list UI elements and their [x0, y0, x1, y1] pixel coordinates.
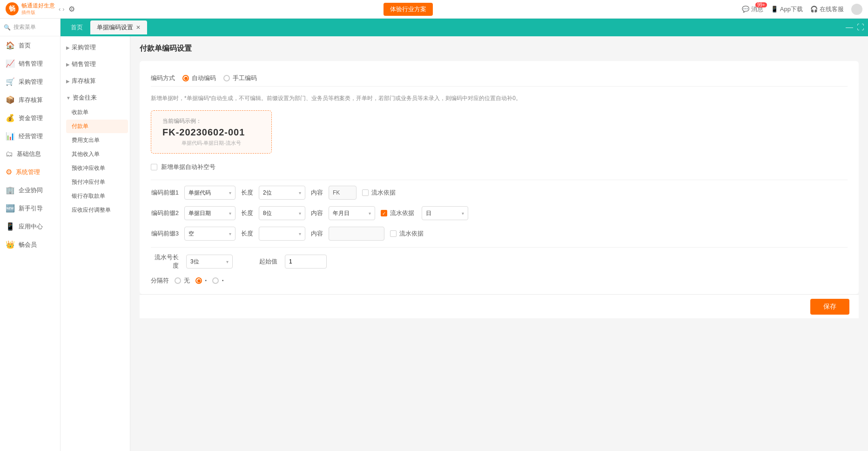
prefix3-arrow-icon: ▾ [229, 231, 231, 236]
sidebar-item-purchase[interactable]: 🛒 采购管理 [0, 73, 60, 91]
content3-input[interactable] [329, 227, 384, 241]
settings-icon[interactable]: ⚙ [68, 5, 75, 13]
encoding-method-row: 编码方式 自动编码 手工编码 [151, 70, 848, 87]
stream3-label: 流水依据 [399, 229, 424, 238]
submenu-item-advance-ap[interactable]: 预付冲应付单 [66, 175, 128, 189]
submenu-sales-header[interactable]: ▶ 销售管理 [61, 57, 130, 72]
submenu-item-ap-adjust[interactable]: 应收应付调整单 [66, 203, 128, 217]
preview-label: 当前编码示例： [162, 117, 260, 125]
stream1-checkbox-row[interactable]: 流水依据 [362, 188, 396, 197]
search-icon: 🔍 [4, 24, 11, 31]
submenu-item-receipt[interactable]: 收款单 [66, 106, 128, 119]
nav-arrows[interactable]: ‹ › [59, 6, 65, 13]
logo-area: 畅 畅通道好生意 插件版 [6, 2, 55, 15]
sub-content: ▶ 采购管理 ▶ 销售管理 ▶ 库存核算 [61, 36, 868, 451]
sidebar-item-basic[interactable]: 🗂 基础信息 [0, 145, 60, 163]
tab-close-icon[interactable]: ✕ [136, 24, 141, 31]
submenu-purchase-header[interactable]: ▶ 采购管理 [61, 40, 130, 55]
info-text: 新增单据时，*单据编码*自动生成，不可编辑。前缀设置为部门、业务员等档案类，开单… [151, 94, 848, 103]
prefix3-select[interactable]: 空 ▾ [184, 227, 236, 241]
maximize-icon[interactable]: ⛶ [857, 23, 864, 32]
prefix2-select[interactable]: 单据日期 ▾ [184, 206, 236, 220]
sidebar-item-business[interactable]: 📊 经营管理 [0, 127, 60, 145]
sidebar-item-apps[interactable]: 📱 应用中心 [0, 217, 60, 236]
submenu-item-bank-deposit[interactable]: 银行存取款单 [66, 189, 128, 203]
prefix2-arrow-icon: ▾ [229, 211, 231, 216]
sidebar-item-guide[interactable]: 🆕 新手引导 [0, 199, 60, 217]
submenu-item-other-income[interactable]: 其他收入单 [66, 148, 128, 161]
submenu-item-payment[interactable]: 付款单 [66, 120, 128, 133]
sidebar-item-sales[interactable]: 📈 销售管理 [0, 54, 60, 73]
stream2-checkbox-row[interactable]: 流水依据 [381, 209, 414, 217]
page-content: 付款单编码设置 编码方式 自动编码 手工编码 [130, 36, 868, 451]
nav-forward-icon[interactable]: › [62, 6, 64, 13]
arrow-right-icon2: ▶ [66, 62, 70, 67]
length3-select[interactable]: ▾ [259, 227, 305, 241]
sep-dash-option[interactable]: · [195, 276, 207, 285]
basic-icon: 🗂 [6, 150, 13, 158]
message-button[interactable]: 💬 消息 99+ [742, 5, 763, 13]
length1-label: 长度 [241, 188, 253, 197]
apps-icon: 📱 [6, 222, 15, 231]
sidebar-item-system[interactable]: ⚙ 系统管理 [0, 163, 60, 181]
stream3-checkbox[interactable] [390, 230, 397, 237]
manual-code-radio[interactable] [223, 75, 230, 81]
sidebar-search[interactable]: 🔍 搜索菜单 [0, 19, 60, 36]
stream2-unit-select[interactable]: 日 ▾ [422, 206, 468, 220]
sep-slash-radio[interactable] [212, 277, 219, 284]
minimize-icon[interactable]: — [846, 23, 853, 32]
stream2-checkbox[interactable] [381, 210, 387, 216]
tab-home[interactable]: 首页 [64, 20, 89, 34]
submenu-capital-header[interactable]: ▼ 资金往来 [61, 90, 130, 105]
manual-code-option[interactable]: 手工编码 [223, 74, 257, 82]
headset-icon: 🎧 [810, 6, 818, 13]
nav-back-icon[interactable]: ‹ [59, 6, 61, 13]
preview-sub: 单据代码-单据日期-流水号 [162, 140, 260, 147]
auto-code-option[interactable]: 自动编码 [182, 74, 216, 82]
submenu-item-expense[interactable]: 费用支出单 [66, 134, 128, 147]
prefix1-row: 编码前缀1 单据代码 ▾ 长度 2位 ▾ 内容 FK [151, 186, 848, 200]
stream1-checkbox[interactable] [362, 189, 369, 196]
phone-icon: 📱 [771, 6, 778, 13]
arrow-right-icon: ▶ [66, 45, 70, 50]
auto-code-radio[interactable] [182, 75, 189, 81]
demo-button[interactable]: 体验行业方案 [384, 3, 433, 16]
sep-slash-option[interactable]: · [212, 276, 223, 285]
tab-bar: 首页 单据编码设置 ✕ — ⛶ [61, 19, 868, 36]
auto-fill-label: 新增单据自动补空号 [161, 163, 215, 171]
sidebar-item-home[interactable]: 🏠 首页 [0, 36, 60, 54]
prefix3-label: 编码前缀3 [151, 229, 179, 238]
submenu-inventory-header[interactable]: ▶ 库存核算 [61, 74, 130, 88]
prefix2-row: 编码前缀2 单据日期 ▾ 长度 8位 ▾ 内容 年月日 [151, 206, 848, 220]
submenu-item-advance-ar[interactable]: 预收冲应收单 [66, 162, 128, 175]
stream3-checkbox-row[interactable]: 流水依据 [390, 229, 424, 238]
user-avatar[interactable] [851, 4, 862, 15]
prefix1-label: 编码前缀1 [151, 188, 179, 197]
top-bar-right: 💬 消息 99+ 📱 App下载 🎧 在线客服 [742, 4, 862, 15]
divider2 [151, 247, 848, 248]
length1-select[interactable]: 2位 ▾ [259, 186, 305, 200]
sidebar-item-member[interactable]: 👑 畅会员 [0, 236, 60, 254]
online-service-button[interactable]: 🎧 在线客服 [810, 5, 844, 13]
corp-icon: 🏢 [6, 186, 15, 195]
sep-none-option[interactable]: 无 [175, 276, 190, 285]
prefix1-select[interactable]: 单据代码 ▾ [184, 186, 236, 200]
serial-length-select[interactable]: 3位 ▾ [186, 255, 233, 269]
tab-serial[interactable]: 单据编码设置 ✕ [90, 20, 147, 34]
home-icon: 🏠 [6, 41, 15, 50]
sidebar: 🔍 搜索菜单 🏠 首页 📈 销售管理 🛒 采购管理 📦 库存核算 💰 资金管理 … [0, 19, 61, 451]
auto-fill-checkbox[interactable] [151, 164, 157, 170]
sidebar-item-corp[interactable]: 🏢 企业协同 [0, 181, 60, 199]
encoding-method-label: 编码方式 [151, 74, 175, 82]
sep-none-radio[interactable] [175, 277, 181, 284]
content2-select[interactable]: 年月日 ▾ [329, 206, 375, 220]
length2-select[interactable]: 8位 ▾ [259, 206, 305, 220]
sidebar-item-stock[interactable]: 📦 库存核算 [0, 91, 60, 109]
save-button[interactable]: 保存 [810, 299, 849, 315]
stream1-label: 流水依据 [371, 188, 396, 197]
app-download-button[interactable]: 📱 App下载 [771, 5, 803, 13]
sep-dash-radio[interactable] [195, 277, 202, 284]
stock-icon: 📦 [6, 95, 15, 104]
start-val-input[interactable] [285, 255, 327, 269]
sidebar-item-finance[interactable]: 💰 资金管理 [0, 109, 60, 127]
